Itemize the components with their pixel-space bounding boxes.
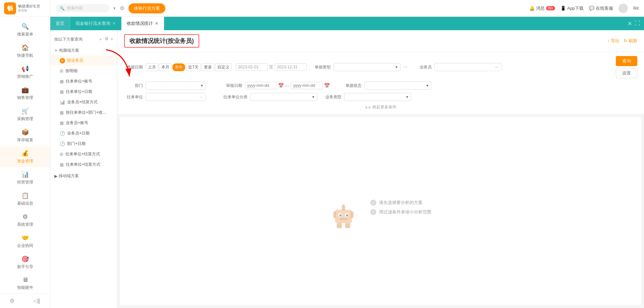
sidebar-item-sales-label: 销售管理 bbox=[17, 95, 33, 101]
sidebar-item-newbie[interactable]: 🎯 新手引导 bbox=[0, 252, 50, 273]
filter-bill-type-item: 单据类型 ▾ ··· bbox=[312, 63, 408, 71]
counterparty-category-dropdown-icon: ▾ bbox=[312, 95, 314, 99]
schema-item-partner-account-label: 往来单位+账号 bbox=[66, 79, 92, 84]
page-title: 收款情况统计(按业务员) bbox=[129, 37, 194, 45]
sidebar-collapse-btn[interactable]: ◁∥ bbox=[34, 298, 40, 304]
bill-type-select[interactable]: ▾ bbox=[333, 63, 400, 71]
counterparty-select[interactable]: ··· bbox=[146, 93, 206, 101]
sidebar-item-finance[interactable]: 💰 资金管理 bbox=[0, 146, 50, 167]
sidebar-settings-btn[interactable]: ⚙ bbox=[10, 298, 14, 304]
salesperson-select[interactable]: ··· bbox=[434, 63, 501, 71]
sidebar-item-operations[interactable]: 📊 经营管理 bbox=[0, 167, 50, 189]
sidebar-item-marketing[interactable]: 📢 营销推广 bbox=[0, 62, 50, 83]
schema-item-sales-account-label: 业务员+账号 bbox=[66, 120, 88, 126]
tab-receipt-stats-close[interactable]: ✕ bbox=[155, 21, 158, 26]
schema-mobile-label: 移动端方案 bbox=[59, 173, 79, 179]
tab-bank-flow-close[interactable]: ✕ bbox=[112, 21, 116, 26]
topbar-gear-icon[interactable]: ⚙ bbox=[120, 5, 124, 11]
online-service-label: 在线客服 bbox=[596, 5, 613, 11]
schema-item-partner-date[interactable]: ▦ 往来单位+日期 bbox=[50, 87, 117, 97]
collapse-btn[interactable]: ∧∧ 收起更多条件 bbox=[124, 104, 637, 110]
schema-add-icon[interactable]: ＋ bbox=[98, 36, 103, 42]
audit-from-calendar-icon[interactable]: 📅 bbox=[278, 83, 284, 88]
schema-item-partner-date-label: 往来单位+日期 bbox=[66, 89, 92, 95]
notification-btn[interactable]: 🔔 消息 99+ bbox=[529, 5, 555, 11]
refresh-btn[interactable]: ↻ 刷新 bbox=[624, 38, 637, 44]
date-btn-thismonth[interactable]: 本月 bbox=[159, 63, 172, 71]
user-avatar[interactable] bbox=[619, 4, 628, 13]
sidebar-item-hardware[interactable]: 🖥 智能硬件 bbox=[0, 273, 50, 293]
schema-settings-icon[interactable]: ⚙ bbox=[105, 36, 109, 42]
topbar-dropdown-icon[interactable]: ▾ bbox=[113, 6, 116, 11]
dept-select[interactable]: ▾ bbox=[146, 82, 206, 90]
filter-bill-status-item: 单据状态 ▾ bbox=[343, 82, 431, 90]
svg-rect-3 bbox=[337, 223, 342, 228]
close-window-icon[interactable]: ✕ bbox=[628, 20, 632, 27]
refresh-label: 刷新 bbox=[629, 38, 637, 43]
bill-status-select[interactable]: ▾ bbox=[364, 82, 431, 90]
sidebar-item-sales[interactable]: 💼 销售管理 bbox=[0, 83, 50, 104]
schema-item-detail[interactable]: ⊞ 按明细 bbox=[50, 66, 117, 76]
svg-rect-4 bbox=[345, 223, 350, 228]
schema-item-partner-account[interactable]: ▦ 往来单位+账号 bbox=[50, 76, 117, 87]
bill-type-label: 单据类型 bbox=[312, 64, 331, 70]
settings-button[interactable]: 设置 bbox=[616, 68, 637, 78]
date-btn-thisyear[interactable]: 本年 bbox=[172, 63, 185, 71]
audit-date-from-input[interactable] bbox=[245, 82, 277, 89]
schema-item-partner-settlement1[interactable]: ⊞ 往来单位+结算方式 bbox=[50, 149, 117, 159]
sidebar-item-collab[interactable]: 🤝 企业协同 bbox=[0, 231, 50, 252]
date-btn-lastmonth[interactable]: 上月 bbox=[146, 63, 158, 71]
sidebar-item-basics[interactable]: 📋 基础信息 bbox=[0, 189, 50, 210]
svg-rect-1 bbox=[333, 211, 336, 218]
sales-date-icon: 🕐 bbox=[60, 131, 65, 136]
online-service-btn[interactable]: 💬 在线客服 bbox=[589, 5, 613, 11]
logo-text: 畅捷通好生意 bbox=[18, 4, 40, 8]
counterparty-category-select[interactable]: ▾ bbox=[250, 93, 317, 101]
bill-type-more-icon[interactable]: ··· bbox=[403, 64, 408, 70]
app-download-btn[interactable]: 📱 App下载 bbox=[560, 5, 584, 11]
schema-collapse-icon[interactable]: « bbox=[111, 36, 113, 42]
date-btn-more[interactable]: 更多 bbox=[202, 63, 214, 71]
business-type-select[interactable]: ▾ bbox=[344, 93, 411, 101]
schema-item-sales-settlement[interactable]: 📊 业务员+结算方式 bbox=[50, 97, 117, 107]
partner-account-icon: ▦ bbox=[60, 79, 64, 84]
sidebar-item-search[interactable]: 🔍 搜索菜单 bbox=[0, 19, 50, 41]
sidebar-item-system[interactable]: ⚙ 系统管理 bbox=[0, 210, 50, 231]
tab-receipt-stats[interactable]: 收款情况统计 ✕ bbox=[121, 17, 164, 30]
schema-item-sales-date[interactable]: 🕐 业务员+日期 bbox=[50, 128, 117, 139]
schema-item-salesperson[interactable]: ⟳ 按业务员 bbox=[50, 55, 117, 66]
schema-item-sales-account[interactable]: ▦ 业务员+账号 bbox=[50, 118, 117, 128]
schema-item-dept-date[interactable]: 🕐 部门+日期 bbox=[50, 139, 117, 149]
svg-rect-2 bbox=[351, 211, 354, 218]
system-icon: ⚙ bbox=[22, 213, 28, 220]
counterparty-more-icon[interactable]: ··· bbox=[200, 95, 203, 99]
sidebar-item-quicknav[interactable]: 🏠 快捷导航 bbox=[0, 41, 50, 62]
sidebar-item-inventory[interactable]: 📦 库存核算 bbox=[0, 125, 50, 146]
audit-to-calendar-icon[interactable]: 📅 bbox=[324, 83, 330, 88]
sidebar-item-purchase[interactable]: 🛒 采购管理 bbox=[0, 104, 50, 125]
audit-date-to-input[interactable] bbox=[291, 82, 323, 89]
date-to-input[interactable] bbox=[275, 63, 307, 71]
schema-item-partner-dept[interactable]: ▦ 按往来单位+部门+收... bbox=[50, 107, 117, 118]
date-from-input[interactable] bbox=[236, 63, 268, 71]
tab-bank-flow-label: 现金银行流水查询 bbox=[75, 20, 110, 27]
svg-rect-9 bbox=[339, 218, 347, 220]
tab-bank-flow[interactable]: 现金银行流水查询 ✕ bbox=[70, 17, 121, 30]
schema-item-partner-settlement1-label: 往来单位+结算方式 bbox=[65, 151, 100, 157]
schema-item-partner-settlement2[interactable]: ▦ 往来单位+结算方式 bbox=[50, 159, 117, 170]
empty-tip-1: 1 请先选择要分析的方案 bbox=[370, 200, 431, 206]
business-type-dropdown-icon: ▾ bbox=[406, 95, 408, 99]
schema-mobile-group-title[interactable]: ▶ 移动端方案 bbox=[50, 171, 117, 181]
notification-label: 消息 bbox=[536, 5, 545, 11]
operations-icon: 📊 bbox=[21, 171, 29, 178]
date-btn-7days[interactable]: 近7天 bbox=[186, 63, 201, 71]
topbar-search-box[interactable]: 🔍 搜索内容 bbox=[56, 4, 109, 12]
query-button[interactable]: 查询 bbox=[616, 56, 637, 66]
trial-button[interactable]: 体验行业方案 bbox=[128, 3, 165, 13]
tab-home[interactable]: 首页 bbox=[50, 17, 70, 30]
date-btn-custom[interactable]: 自定义 bbox=[215, 63, 232, 71]
dept-dropdown-icon: ▾ bbox=[201, 83, 203, 88]
export-btn[interactable]: ↑ 导出 bbox=[607, 38, 620, 44]
schema-desktop-group-title[interactable]: ▼ 电脑端方案 bbox=[50, 46, 117, 55]
fullscreen-icon[interactable]: ⛶ bbox=[635, 20, 640, 27]
